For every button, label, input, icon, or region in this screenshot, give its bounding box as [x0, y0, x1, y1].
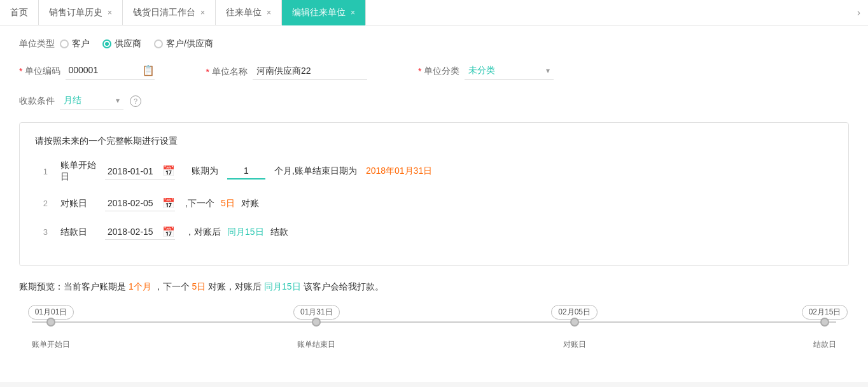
unit-code-copy-icon[interactable]: 📋	[142, 64, 155, 76]
tab-more-button[interactable]: ›	[850, 0, 868, 25]
unit-code-group: * 单位编码 📋	[19, 62, 155, 80]
page-content: 单位类型 客户 供应商 客户/供应商 * 单位编码 📋	[0, 25, 868, 382]
preview-suffix: 该客户会给我打款。	[304, 281, 384, 292]
timeline-node-4: 02月15日 结款日	[813, 318, 836, 350]
radio-both[interactable]: 客户/供应商	[154, 38, 213, 50]
timeline-node-3: 02月05日 对账日	[563, 318, 586, 350]
preview-prefix: 账期预览：当前客户账期是	[19, 281, 126, 292]
tab-partner-unit-label: 往来单位	[226, 7, 262, 18]
period-value-input[interactable]	[227, 163, 265, 179]
settlement-row: 3 结款日 📅 ，对账后 同月15日 结款	[35, 224, 833, 240]
unit-code-input-wrap: 📋	[66, 62, 155, 80]
close-sales-history-icon[interactable]: ×	[108, 8, 112, 17]
settlement-label: 结款日	[60, 227, 99, 238]
unit-name-input[interactable]	[253, 64, 367, 80]
reconcile-desc-prefix: ,下一个	[185, 198, 214, 209]
settlement-date-input[interactable]	[105, 224, 162, 239]
payment-help-icon[interactable]: ?	[130, 95, 141, 107]
reconcile-desc-highlight: 5日	[221, 198, 235, 209]
reconcile-label: 对账日	[60, 198, 99, 209]
reconcile-calendar-icon[interactable]: 📅	[162, 197, 175, 209]
unit-category-arrow-icon: ▾	[546, 66, 550, 75]
billing-start-date-input[interactable]	[105, 164, 162, 179]
unit-name-group: * 单位名称	[206, 64, 367, 80]
node-label-4: 结款日	[813, 339, 836, 350]
panel-title: 请按照未来的一个完整帐期进行设置	[35, 136, 833, 147]
unit-code-star: *	[19, 66, 22, 76]
reconcile-date-input[interactable]	[105, 195, 162, 211]
node-label-2: 账单结束日	[297, 339, 335, 350]
unit-type-row: 单位类型 客户 供应商 客户/供应商	[19, 38, 849, 50]
tab-home-label: 首页	[10, 7, 28, 18]
unit-name-label: 单位名称	[212, 66, 248, 78]
billing-start-calendar-icon[interactable]: 📅	[162, 165, 175, 177]
tab-sales-history-label: 销售订单历史	[49, 7, 102, 18]
close-cash-work-icon[interactable]: ×	[200, 8, 205, 17]
unit-type-radio-group: 客户 供应商 客户/供应商	[60, 38, 213, 50]
payment-conditions: 月结 ▾ ?	[60, 92, 141, 109]
payment-value: 月结	[64, 95, 112, 106]
preview-span2: 5日	[192, 281, 206, 292]
timeline-node-1: 01月01日 账单开始日	[32, 318, 70, 350]
unit-category-label: 单位分类	[424, 66, 459, 77]
unit-category-select[interactable]: 未分类 ▾	[465, 62, 554, 80]
tabs-bar: 首页 销售订单历史 × 钱货日清工作台 × 往来单位 × 编辑往来单位 × ›	[0, 0, 868, 25]
tab-edit-partner[interactable]: 编辑往来单位 ×	[282, 0, 366, 25]
settlement-calendar-icon[interactable]: 📅	[162, 226, 175, 238]
row-num-2: 2	[35, 199, 48, 208]
tab-home[interactable]: 首页	[0, 0, 39, 25]
period-label: 账期为	[192, 165, 218, 177]
payment-select[interactable]: 月结 ▾	[60, 92, 123, 109]
unit-code-label: 单位编码	[25, 66, 60, 77]
unit-category-value: 未分类	[468, 65, 542, 76]
settlement-desc-suffix: 结款	[270, 227, 288, 238]
radio-supplier-label: 供应商	[115, 38, 141, 50]
radio-both-label: 客户/供应商	[166, 38, 213, 50]
billing-start-date-wrap: 📅	[105, 164, 175, 179]
unit-category-star: *	[418, 66, 421, 76]
row-num-3: 3	[35, 227, 48, 237]
unit-code-input[interactable]	[66, 62, 142, 78]
radio-customer[interactable]: 客户	[60, 38, 90, 50]
reconcile-desc-suffix: 对账	[241, 198, 259, 209]
node-dot-1	[46, 318, 55, 327]
preview-mid2: 对账，对账后	[208, 281, 262, 292]
settlement-desc-prefix: ，对账后	[185, 227, 221, 238]
preview-section: 账期预览：当前客户账期是 1个月 ，下一个 5日 对账，对账后 同月15日 该客…	[19, 279, 849, 295]
settings-panel: 请按照未来的一个完整帐期进行设置 1 账单开始日 📅 账期为 个月,账单结束日期…	[19, 122, 849, 266]
radio-customer-label: 客户	[72, 38, 90, 50]
unit-name-star: *	[206, 67, 209, 77]
reconcile-date-wrap: 📅	[105, 195, 175, 211]
close-partner-unit-icon[interactable]: ×	[267, 8, 271, 17]
tab-cash-work[interactable]: 钱货日清工作台 ×	[123, 0, 216, 25]
preview-span3: 同月15日	[264, 281, 301, 292]
tab-cash-work-label: 钱货日清工作台	[133, 7, 195, 18]
reconcile-row: 2 对账日 📅 ,下一个 5日 对账	[35, 195, 833, 211]
tab-sales-history[interactable]: 销售订单历史 ×	[39, 0, 123, 25]
preview-mid1: ，下一个	[154, 281, 190, 292]
unit-category-group: * 单位分类 未分类 ▾	[418, 62, 554, 80]
settlement-date-wrap: 📅	[105, 224, 175, 240]
unit-type-label: 单位类型	[19, 38, 55, 50]
unit-fields-row: * 单位编码 📋 * 单位名称 * 单位分类 未分类 ▾	[19, 62, 849, 80]
node-label-3: 对账日	[563, 339, 586, 350]
payment-row: 收款条件 月结 ▾ ?	[19, 92, 849, 109]
billing-start-label: 账单开始日	[60, 160, 99, 183]
row-num-1: 1	[35, 167, 48, 176]
radio-both-circle	[154, 39, 163, 48]
payment-arrow-icon: ▾	[116, 96, 120, 105]
node-dot-2	[312, 318, 321, 327]
close-edit-partner-icon[interactable]: ×	[351, 8, 355, 17]
node-dot-4	[820, 318, 829, 327]
timeline-wrap: 01月01日 账单开始日 01月31日 账单结束日 02月05日 对账日 02月…	[32, 310, 836, 361]
billing-start-row: 1 账单开始日 📅 账期为 个月,账单结束日期为 2018年01月31日	[35, 160, 833, 183]
radio-customer-circle	[60, 39, 69, 48]
radio-supplier-circle	[102, 39, 111, 48]
settlement-desc-highlight: 同月15日	[227, 227, 264, 238]
timeline-nodes: 01月01日 账单开始日 01月31日 账单结束日 02月05日 对账日 02月…	[32, 318, 836, 350]
payment-label: 收款条件	[19, 95, 55, 107]
node-label-1: 账单开始日	[32, 339, 70, 350]
tab-partner-unit[interactable]: 往来单位 ×	[216, 0, 282, 25]
radio-supplier[interactable]: 供应商	[102, 38, 141, 50]
period-end-date: 2018年01月31日	[366, 165, 432, 177]
